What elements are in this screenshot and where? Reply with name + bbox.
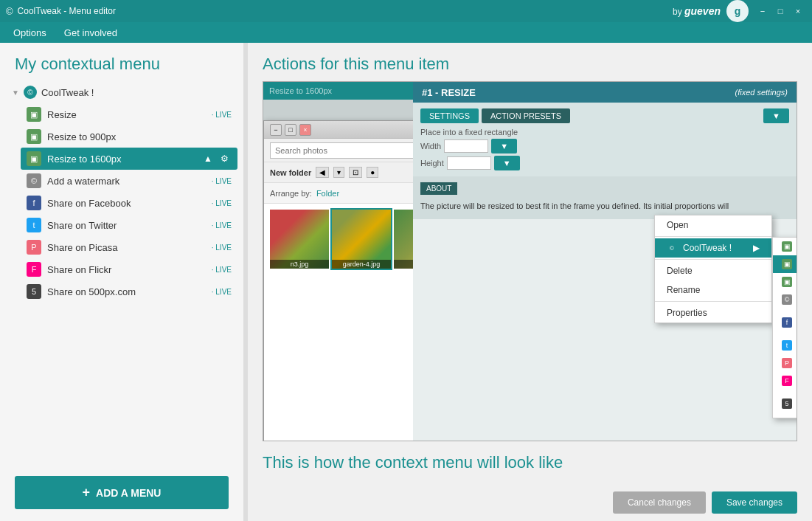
settings-btn-1600[interactable]: ⚙ (217, 151, 232, 166)
menu-item-resize900[interactable]: ▣ Resize to 900px ▲ ⚙ (21, 125, 237, 148)
exp-max-btn[interactable]: □ (285, 124, 296, 136)
cancel-button[interactable]: Cancel changes (613, 491, 706, 514)
title-bar-right: by gueven g − □ × (673, 0, 806, 22)
menu-item-resize1600[interactable]: ▣ Resize to 1600px ▲ ⚙ (21, 148, 237, 170)
sub-resize1600-label: Resize to 1600px (797, 277, 797, 287)
minimize-button[interactable]: − (754, 3, 771, 19)
sub-watermark-label: Add a watermark (797, 294, 797, 305)
about-section: ABOUT The picture will be resized to bes… (413, 176, 797, 219)
ctx-sep-1 (655, 236, 771, 237)
ctx-sep-2 (655, 259, 771, 260)
sub-twitter[interactable]: t Share on Twitter (773, 337, 797, 354)
up-btn-1600[interactable]: ▲ (201, 151, 215, 166)
folder-btn-3[interactable]: ⊡ (349, 167, 362, 178)
menu-items-list: ▣ Resize · LIVE ▣ Resize to 900px ▲ ⚙ ▣ … (6, 103, 237, 303)
menu-item-resize[interactable]: ▣ Resize · LIVE (21, 103, 237, 125)
resize1600-icon: ▣ (27, 151, 41, 166)
item-label-resize900: Resize to 900px (47, 131, 195, 142)
width-dropdown-btn[interactable]: ▼ (491, 139, 517, 153)
tree-root[interactable]: ▼ © CoolTweak ! (6, 81, 237, 103)
sub-500px-label: Share on 500px.com (797, 393, 797, 414)
up-btn-900[interactable]: ▲ (201, 129, 215, 144)
maximize-button[interactable]: □ (772, 3, 788, 19)
exp-min-btn[interactable]: − (270, 124, 282, 136)
menu-item-picasa[interactable]: P Share on Picasa · LIVE (21, 236, 237, 258)
sub-facebook[interactable]: f Share on Facebook (773, 308, 797, 337)
sub-resize900-icon: ▣ (782, 259, 792, 269)
ctx-delete[interactable]: Delete (655, 261, 771, 280)
sub-facebook-icon: f (782, 317, 792, 328)
item-label-picasa: Share on Picasa (47, 242, 204, 253)
resize900-icon: ▣ (27, 129, 41, 144)
photo-2[interactable]: garden-4.jpg (332, 210, 391, 269)
arrange-link[interactable]: Folder (316, 189, 339, 198)
presets-action-btn[interactable]: ACTION PRESETS (482, 108, 570, 123)
action-buttons-row: SETTINGS ACTION PRESETS ▼ (420, 108, 789, 123)
width-input[interactable] (444, 139, 488, 153)
settings-btn-900[interactable]: ⚙ (217, 129, 232, 144)
menu-item-flickr[interactable]: F Share on Flickr · LIVE (21, 258, 237, 280)
sub-twitter-icon: t (782, 340, 792, 351)
action-header: #1 - RESIZE (fixed settings) (413, 82, 797, 103)
folder-btn-4[interactable]: ● (367, 167, 378, 178)
bottom-text-area: This is how the context menu will look l… (248, 441, 812, 484)
ctx-rename-label: Rename (667, 285, 700, 295)
about-text: The picture will be resized to best fit … (420, 198, 789, 215)
menu-get-involved[interactable]: Get involved (57, 24, 125, 41)
item-label-resize: Resize (47, 109, 204, 120)
sub-resize[interactable]: ▣ Resize (773, 238, 797, 255)
menu-item-facebook[interactable]: f Share on Facebook · LIVE (21, 192, 237, 214)
ctx-sep-3 (655, 301, 771, 302)
brand-label: by gueven (673, 5, 721, 17)
sub-flickr-label: Share on Flickr (797, 376, 797, 386)
folder-btn-1[interactable]: ◀ (316, 167, 329, 178)
sub-picasa-icon: P (782, 358, 792, 368)
sub-resize-icon: ▣ (782, 241, 792, 252)
save-button[interactable]: Save changes (712, 491, 797, 514)
menu-item-watermark[interactable]: © Add a watermark · LIVE (21, 170, 237, 192)
height-input[interactable] (447, 156, 491, 170)
ctx-cooltweak-icon: © (667, 243, 677, 253)
sub-resize900[interactable]: ▣ Resize to 900px (773, 255, 797, 273)
ctx-rename[interactable]: Rename (655, 280, 771, 300)
ctx-cooltweak[interactable]: © CoolTweak ! ▶ (655, 238, 771, 258)
folder-btn-2[interactable]: ▾ (333, 167, 344, 178)
item-badge-resize: · LIVE (212, 111, 232, 119)
ctx-arrow-icon: ▶ (753, 243, 760, 253)
screenshot-container: Resize to 1600px 1 action to achieve BMP… (263, 81, 797, 441)
add-icon: + (83, 485, 91, 500)
add-menu-button[interactable]: + ADD A MENU (15, 476, 229, 509)
folder-name: New folder (270, 168, 311, 177)
ctx-open-label: Open (667, 220, 688, 230)
close-button[interactable]: × (790, 3, 806, 19)
item-badge-500px: · LIVE (212, 288, 232, 296)
context-menu: Open © CoolTweak ! ▶ Delete Rename (654, 215, 772, 323)
height-row: Height ▼ (420, 156, 789, 170)
ctx-open[interactable]: Open (655, 215, 771, 235)
menu-item-twitter[interactable]: t Share on Twitter · LIVE (21, 214, 237, 236)
dropdown-action-btn[interactable]: ▼ (763, 108, 789, 123)
menu-item-500px[interactable]: 5 Share on 500px.com · LIVE (21, 280, 237, 303)
submenu: ▣ Resize ▣ Resize to 900px ▣ Resize to 1… (772, 237, 797, 418)
item-label-twitter: Share on Twitter (47, 220, 204, 231)
sub-500px[interactable]: 5 Share on 500px.com (773, 390, 797, 418)
ctx-properties[interactable]: Properties (655, 303, 771, 322)
ctx-properties-label: Properties (667, 308, 707, 318)
exp-close-btn[interactable]: × (299, 124, 311, 136)
sub-picasa[interactable]: P Share on Picasa (773, 354, 797, 372)
sub-watermark-icon: © (782, 294, 792, 305)
app-title: CoolTweak - Menu editor (18, 6, 673, 16)
sub-flickr-icon: F (782, 376, 792, 386)
photo-label-2: garden-4.jpg (332, 260, 391, 269)
sub-watermark[interactable]: © Add a watermark (773, 291, 797, 308)
photo-1[interactable]: n3.jpg (270, 210, 329, 269)
width-label: Width (420, 142, 441, 151)
height-dropdown-btn[interactable]: ▼ (494, 156, 520, 170)
photo-label-1: n3.jpg (270, 260, 329, 269)
settings-action-btn[interactable]: SETTINGS (420, 108, 479, 123)
dimensions-row: Width ▼ (420, 139, 789, 153)
sub-flickr[interactable]: F Share on Flickr (773, 372, 797, 390)
menu-bar: Options Get involved (0, 22, 812, 43)
menu-options[interactable]: Options (6, 24, 54, 41)
sub-resize1600[interactable]: ▣ Resize to 1600px (773, 273, 797, 291)
